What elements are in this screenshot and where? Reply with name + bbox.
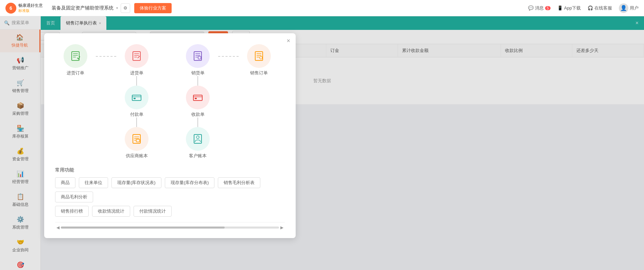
common-functions-title: 常用功能: [55, 167, 285, 173]
flow-receipt-bill[interactable]: 收款单: [177, 86, 218, 118]
payment-bill-label: 付款单: [130, 111, 143, 118]
svg-line-8: [138, 56, 140, 58]
message-icon: 💬: [528, 5, 534, 11]
message-badge: 5: [545, 6, 551, 10]
flow-payment-bill[interactable]: 付款单: [116, 86, 157, 118]
func-payment-stats[interactable]: 付款情况统计: [134, 206, 172, 217]
arrow-right-2: [218, 56, 239, 57]
receipt-bill-label: 收款单: [191, 111, 205, 118]
func-row-2: 销售排行榜 收款情况统计 付款情况统计: [55, 206, 285, 217]
phone-icon: 📱: [557, 5, 563, 11]
flow-arrows-down-row2: [55, 118, 285, 127]
app-download-item[interactable]: 📱 App下载: [557, 5, 581, 11]
flow-sales-bill[interactable]: 销货单: [177, 44, 218, 76]
flow-diagram: 进货订单 进货单: [55, 44, 285, 159]
experience-button[interactable]: 体验行业方案: [134, 3, 172, 13]
flow-customer-ledger[interactable]: 客户账本: [177, 127, 218, 159]
payment-bill-icon: [125, 86, 149, 109]
flow-modal: × 进货订单: [44, 33, 296, 238]
flow-sales-order[interactable]: 销售订单: [239, 44, 279, 76]
customer-ledger-label: 客户账本: [189, 153, 207, 159]
scroll-thumb: [61, 227, 225, 229]
svg-rect-13: [198, 56, 201, 59]
purchase-bill-label: 进货单: [130, 70, 143, 76]
svg-point-18: [260, 56, 262, 59]
svg-rect-22: [193, 95, 202, 101]
sales-order-icon: [247, 44, 271, 68]
svg-rect-21: [134, 98, 136, 99]
online-service-item[interactable]: 🎧 在线客服: [588, 5, 612, 11]
scroll-track[interactable]: [61, 227, 279, 229]
flow-purchase-bill[interactable]: 进货单: [116, 44, 157, 76]
user-item[interactable]: 👤 用户: [619, 3, 639, 13]
main-panel: ❓ 帮助 🖨 按模板打印 ▾ 📤 导出 🔄 刷新: [0, 16, 644, 270]
purchase-order-icon: [64, 44, 87, 68]
func-product-profit[interactable]: 商品毛利分析: [55, 192, 93, 202]
func-sales-ranking[interactable]: 销售排行榜: [55, 206, 89, 217]
system-title: 装备及固定资产辅助管理系统 ▾: [52, 5, 118, 11]
svg-rect-24: [195, 98, 197, 99]
customer-ledger-icon: [186, 127, 210, 151]
arrow-down-receipt: [197, 118, 198, 127]
dropdown-icon[interactable]: ▾: [116, 6, 118, 10]
svg-rect-29: [136, 139, 140, 142]
svg-rect-19: [132, 95, 141, 101]
arrow-down-purchase: [136, 76, 137, 86]
headset-icon: 🎧: [588, 5, 593, 11]
sales-order-label: 销售订单: [250, 70, 268, 76]
func-counterparty[interactable]: 往来单位: [79, 177, 108, 188]
logo-icon: 6: [5, 3, 16, 14]
arrow-down-payment: [136, 118, 137, 127]
flow-supplier-ledger[interactable]: 供应商账本: [116, 127, 157, 159]
flow-purchase-order[interactable]: 进货订单: [55, 44, 96, 76]
func-product[interactable]: 商品: [55, 177, 75, 188]
func-stock-dist[interactable]: 现存量(库存分布表): [165, 177, 215, 188]
sales-bill-label: 销货单: [191, 70, 205, 76]
common-functions: 常用功能 商品 往来单位 现存量(库存状况表) 现存量(库存分布表) 销售毛利分…: [55, 167, 285, 217]
svg-point-31: [196, 136, 199, 139]
flow-third-row: 供应商账本 客户账本: [55, 127, 285, 159]
sales-bill-icon: [186, 44, 210, 68]
flow-arrows-down-row: [55, 76, 285, 86]
arrow-right-1: [96, 56, 116, 57]
func-receipt-stats[interactable]: 收款情况统计: [92, 206, 130, 217]
modal-close-button[interactable]: ×: [286, 37, 290, 44]
user-avatar: 👤: [619, 3, 628, 13]
supplier-ledger-label: 供应商账本: [126, 153, 148, 159]
func-stock-status[interactable]: 现存量(库存状况表): [111, 177, 161, 188]
logo-text: 畅康通好生意 标准版: [18, 3, 43, 13]
header-right: 💬 消息 5 📱 App下载 🎧 在线客服 👤 用户: [528, 3, 639, 13]
right-area: 首页 销售订单执行表 × × ❓ 帮助 🖨 按模板打印 ▾: [0, 16, 644, 270]
scroll-left-arrow[interactable]: ◀: [55, 225, 61, 230]
receipt-bill-icon: [186, 86, 210, 109]
arrow-down-sales: [197, 76, 198, 86]
purchase-bill-icon: [125, 44, 149, 68]
func-row-1: 商品 往来单位 现存量(库存状况表) 现存量(库存分布表) 销售毛利分析表 商品…: [55, 177, 285, 202]
func-sales-profit[interactable]: 销售毛利分析表: [218, 177, 260, 188]
main-layout: 🔍 搜索菜单 🏠 快捷导航 📢 营销推广 🛒 销售管理 📦 采购管理 🏪 库存核…: [0, 16, 644, 270]
top-header: 6 畅康通好生意 标准版 装备及固定资产辅助管理系统 ▾ ⚙ 体验行业方案 💬 …: [0, 0, 644, 16]
scroll-right-arrow[interactable]: ▶: [279, 225, 285, 230]
flow-top-row: 进货订单 进货单: [55, 44, 285, 76]
message-item[interactable]: 💬 消息 5: [528, 5, 551, 11]
logo-area: 6 畅康通好生意 标准版: [5, 3, 46, 14]
flow-second-row: 付款单 收款单: [55, 86, 285, 118]
modal-scrollbar: ◀ ▶: [55, 222, 285, 230]
gear-button[interactable]: ⚙: [121, 3, 130, 13]
supplier-ledger-icon: [125, 127, 149, 151]
purchase-order-label: 进货订单: [67, 70, 84, 76]
